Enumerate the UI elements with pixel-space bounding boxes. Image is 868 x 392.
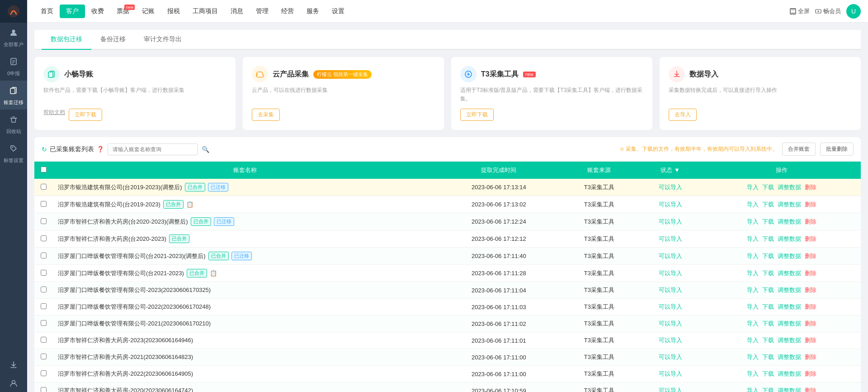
- fullscreen-btn[interactable]: 全屏: [790, 7, 810, 15]
- action-调整数据[interactable]: 调整数据: [776, 337, 803, 344]
- sidebar-item-recycle[interactable]: 回收站: [0, 110, 27, 139]
- row-checkbox[interactable]: [41, 354, 47, 359]
- user-avatar[interactable]: U: [846, 4, 861, 19]
- row-checkbox[interactable]: [41, 320, 47, 326]
- batch-delete-btn[interactable]: 批量删除: [820, 143, 854, 156]
- action-调整数据[interactable]: 调整数据: [776, 270, 803, 277]
- reload-icon[interactable]: ↻: [42, 146, 47, 153]
- action-导入[interactable]: 导入: [745, 287, 760, 293]
- nav-home[interactable]: 首页: [34, 5, 60, 18]
- action-下载[interactable]: 下载: [760, 320, 776, 327]
- action-删除[interactable]: 删除: [803, 184, 818, 191]
- t3-download-btn[interactable]: 立即下载: [460, 109, 494, 121]
- sidebar-user-btn[interactable]: [0, 374, 27, 392]
- action-导入[interactable]: 导入: [745, 337, 760, 344]
- action-调整数据[interactable]: 调整数据: [776, 253, 803, 259]
- sidebar-item-zero-report[interactable]: 0申报: [0, 52, 27, 81]
- action-删除[interactable]: 删除: [803, 387, 818, 392]
- action-下载[interactable]: 下载: [760, 270, 776, 277]
- nav-tax[interactable]: 报税: [161, 5, 186, 18]
- row-checkbox[interactable]: [41, 218, 47, 224]
- sidebar-item-tag-settings[interactable]: 标签设置: [0, 139, 27, 167]
- action-下载[interactable]: 下载: [760, 201, 776, 208]
- row-checkbox[interactable]: [41, 387, 47, 392]
- action-下载[interactable]: 下载: [760, 184, 776, 191]
- action-导入[interactable]: 导入: [745, 184, 760, 191]
- sidebar-download-btn[interactable]: [0, 356, 27, 374]
- tab-data-migration[interactable]: 数据包迁移: [42, 30, 91, 50]
- row-checkbox[interactable]: [41, 303, 47, 309]
- action-删除[interactable]: 删除: [803, 370, 818, 377]
- row-checkbox[interactable]: [41, 270, 47, 276]
- cloud-collect-btn[interactable]: 去采集: [252, 109, 280, 121]
- col-status[interactable]: 状态 ▼: [638, 162, 703, 179]
- action-删除[interactable]: 删除: [803, 303, 818, 310]
- nav-management[interactable]: 管理: [250, 5, 275, 18]
- action-导入[interactable]: 导入: [745, 235, 760, 242]
- action-下载[interactable]: 下载: [760, 253, 776, 259]
- nav-fees[interactable]: 收费: [85, 5, 110, 18]
- action-删除[interactable]: 删除: [803, 354, 818, 360]
- row-checkbox[interactable]: [41, 287, 47, 292]
- nav-bills[interactable]: 票据 new: [110, 5, 136, 18]
- nav-clients[interactable]: 客户: [60, 5, 85, 18]
- action-删除[interactable]: 删除: [803, 337, 818, 344]
- merge-accounts-btn[interactable]: 合并账套: [782, 143, 816, 156]
- action-调整数据[interactable]: 调整数据: [776, 303, 803, 310]
- row-checkbox[interactable]: [41, 201, 47, 207]
- nav-operations[interactable]: 经营: [275, 5, 300, 18]
- search-input[interactable]: [108, 143, 198, 155]
- action-调整数据[interactable]: 调整数据: [776, 370, 803, 377]
- sidebar-item-account-migration[interactable]: 账套迁移: [0, 81, 27, 110]
- tab-audit-export[interactable]: 审计文件导出: [135, 30, 191, 50]
- action-调整数据[interactable]: 调整数据: [776, 235, 803, 242]
- action-下载[interactable]: 下载: [760, 370, 776, 377]
- nav-messages[interactable]: 消息: [224, 5, 250, 18]
- action-调整数据[interactable]: 调整数据: [776, 218, 803, 225]
- search-button[interactable]: 🔍: [202, 146, 209, 153]
- action-下载[interactable]: 下载: [760, 337, 776, 344]
- action-导入[interactable]: 导入: [745, 387, 760, 392]
- action-下载[interactable]: 下载: [760, 387, 776, 392]
- help-icon[interactable]: ❓: [97, 146, 104, 153]
- action-调整数据[interactable]: 调整数据: [776, 387, 803, 392]
- action-导入[interactable]: 导入: [745, 218, 760, 225]
- action-调整数据[interactable]: 调整数据: [776, 201, 803, 208]
- action-调整数据[interactable]: 调整数据: [776, 354, 803, 360]
- nav-settings[interactable]: 设置: [326, 5, 351, 18]
- action-调整数据[interactable]: 调整数据: [776, 320, 803, 327]
- action-导入[interactable]: 导入: [745, 201, 760, 208]
- action-导入[interactable]: 导入: [745, 320, 760, 327]
- action-删除[interactable]: 删除: [803, 218, 818, 225]
- action-下载[interactable]: 下载: [760, 235, 776, 242]
- nav-bookkeeping[interactable]: 记账: [136, 5, 161, 18]
- xiaochang-help-link[interactable]: 帮助文档: [43, 109, 65, 121]
- action-下载[interactable]: 下载: [760, 354, 776, 360]
- row-checkbox[interactable]: [41, 337, 47, 343]
- action-调整数据[interactable]: 调整数据: [776, 287, 803, 293]
- action-调整数据[interactable]: 调整数据: [776, 184, 803, 191]
- vip-btn[interactable]: 畅会员: [815, 7, 841, 15]
- import-go-btn[interactable]: 去导入: [669, 109, 697, 121]
- row-checkbox[interactable]: [41, 235, 47, 241]
- action-删除[interactable]: 删除: [803, 253, 818, 259]
- row-checkbox[interactable]: [41, 253, 47, 258]
- row-checkbox[interactable]: [41, 370, 47, 376]
- action-导入[interactable]: 导入: [745, 303, 760, 310]
- action-删除[interactable]: 删除: [803, 320, 818, 327]
- xiaochang-download-btn[interactable]: 立即下载: [69, 109, 102, 121]
- action-删除[interactable]: 删除: [803, 235, 818, 242]
- action-导入[interactable]: 导入: [745, 270, 760, 277]
- action-导入[interactable]: 导入: [745, 253, 760, 259]
- nav-services[interactable]: 服务: [300, 5, 326, 18]
- action-下载[interactable]: 下载: [760, 287, 776, 293]
- row-checkbox[interactable]: [41, 184, 47, 190]
- nav-business[interactable]: 工商项目: [186, 5, 224, 18]
- tab-backup-migration[interactable]: 备份迁移: [91, 30, 135, 50]
- action-下载[interactable]: 下载: [760, 218, 776, 225]
- sidebar-item-all-clients[interactable]: 全部客户: [0, 23, 27, 52]
- action-删除[interactable]: 删除: [803, 287, 818, 293]
- action-导入[interactable]: 导入: [745, 370, 760, 377]
- action-导入[interactable]: 导入: [745, 354, 760, 360]
- action-删除[interactable]: 删除: [803, 201, 818, 208]
